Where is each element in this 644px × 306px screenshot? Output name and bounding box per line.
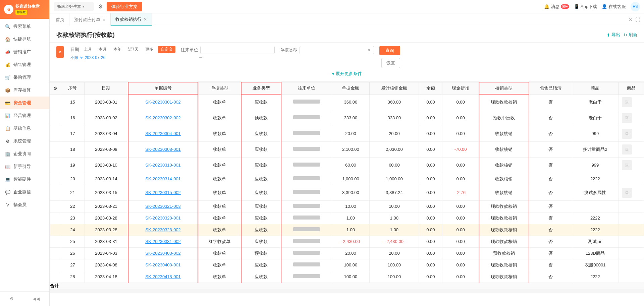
settings-bottom-icon[interactable]: ⚙ — [8, 294, 16, 303]
td-balance: 0.00 — [419, 94, 442, 110]
td-doc-no[interactable]: SK-20230301-002 — [128, 94, 198, 110]
sidebar-item-guide[interactable]: 📖 新手引导 — [0, 160, 49, 173]
sidebar-item-system[interactable]: ⚙ 系统管理 — [0, 135, 49, 147]
query-button[interactable]: 查询 — [379, 46, 400, 55]
user-avatar[interactable]: Rit — [631, 2, 640, 11]
app-download-item[interactable]: 📱 App下载 — [574, 4, 597, 10]
operations-icon: 📊 — [5, 113, 11, 119]
td-no: 16 — [61, 110, 85, 126]
tab-receipt-verify[interactable]: 收款核销执行 ✕ — [111, 13, 152, 26]
online-service-item[interactable]: 👤 在线客服 — [602, 4, 626, 10]
maximize-window-icon[interactable]: ⛶ — [635, 17, 640, 22]
custom-date-btn[interactable]: 自定义 — [158, 46, 175, 53]
td-doc-no[interactable]: SK-20230314-001 — [128, 173, 198, 185]
td-goods: 999 — [572, 126, 619, 141]
td-date: 2023-04-18 — [84, 271, 128, 283]
td-include-settled: 否 — [529, 110, 572, 126]
7days-btn[interactable]: 近7天 — [126, 46, 141, 53]
td-include-settled: 否 — [529, 126, 572, 141]
td-goods-img: 🖼 — [619, 126, 644, 141]
td-accumulated: 3,387.24 — [370, 185, 419, 200]
table-container[interactable]: ⚙ 序号 日期 单据编号 单据类型 业务类型 往来单位 单据金额 累计核销金额 … — [50, 82, 644, 306]
tab-close-receipt[interactable]: ✕ — [144, 17, 147, 22]
tab-prepay[interactable]: 预付款应付单 ✕ — [69, 13, 111, 26]
td-balance: 0.00 — [419, 200, 442, 212]
sidebar-item-operations[interactable]: 📊 经营管理 — [0, 109, 49, 122]
td-gear — [50, 185, 61, 200]
notification-item[interactable]: 🔔 消息 99+ — [544, 4, 569, 10]
filter-settings-button[interactable]: 设置 — [381, 58, 400, 68]
td-verify-type: 现款收款核销 — [479, 259, 529, 271]
doc-type-select[interactable]: ▾ — [300, 46, 374, 54]
td-doc-no[interactable]: SK-20230321-003 — [128, 200, 198, 212]
this-month-btn[interactable]: 本月 — [97, 46, 109, 53]
date-range-display: 不限 至 2023-07-26 — [70, 55, 175, 61]
sales-icon: 💰 — [5, 62, 11, 68]
table-row: 17 2023-03-04 SK-20230304-001 收款单 应收款 20… — [50, 126, 644, 141]
sidebar-item-inventory[interactable]: 📦 库存核算 — [0, 84, 49, 97]
td-doc-type: 收款单 — [198, 157, 241, 173]
partner-label: 往来单位 — [181, 47, 198, 53]
td-doc-no[interactable]: SK-20230331-002 — [128, 236, 198, 247]
td-partner — [281, 259, 332, 271]
td-doc-no[interactable]: SK-20230403-002 — [128, 247, 198, 259]
td-amount: 3,390.00 — [332, 185, 370, 200]
td-doc-no[interactable]: SK-20230310-001 — [128, 157, 198, 173]
tab-home[interactable]: 首页 — [51, 13, 69, 26]
sidebar-item-enterprise[interactable]: 🏢 企业协同 — [0, 147, 49, 160]
solution-button[interactable]: 体验行业方案 — [107, 2, 142, 11]
sidebar-item-hardware[interactable]: 💻 智能硬件 — [0, 173, 49, 186]
td-gear — [50, 212, 61, 224]
filter-toggle-btn[interactable]: » — [56, 46, 64, 58]
gear-icon[interactable]: ⚙ — [98, 3, 103, 10]
td-cash-discount: 0.00 — [442, 212, 479, 224]
partner-input[interactable] — [200, 46, 275, 54]
td-partner — [281, 126, 332, 141]
td-goods-img — [619, 173, 644, 185]
td-doc-no[interactable]: SK-20230418-001 — [128, 271, 198, 283]
sidebar-item-wechat[interactable]: 💬 企业微信 — [0, 186, 49, 198]
td-accumulated: 360.00 — [370, 94, 419, 110]
goods-thumbnail: 🖼 — [622, 160, 632, 170]
td-biz-type: 应收款 — [241, 141, 281, 157]
sidebar-item-basic[interactable]: 📋 基础信息 — [0, 122, 49, 135]
td-verify-type: 收款核销 — [479, 126, 529, 141]
td-date: 2023-03-10 — [84, 157, 128, 173]
sidebar-item-marketing[interactable]: 📣 营销推广 — [0, 46, 49, 58]
th-accumulated: 累计核销金额 — [370, 82, 419, 94]
td-accumulated: 1,000.00 — [370, 173, 419, 185]
td-doc-no[interactable]: SK-20230328-001 — [128, 212, 198, 224]
close-window-icon[interactable]: ✕ — [629, 17, 633, 22]
td-doc-no[interactable]: SK-20230304-001 — [128, 126, 198, 141]
expand-button[interactable]: ▾ 展开更多条件 — [56, 71, 637, 77]
td-doc-no[interactable]: SK-20230308-001 — [128, 141, 198, 157]
sidebar-item-purchase[interactable]: 🛒 采购管理 — [0, 71, 49, 84]
this-year-btn[interactable]: 本年 — [111, 46, 123, 53]
table-row: 21 2023-03-15 SK-20230315-002 收款单 应收款 3,… — [50, 185, 644, 200]
td-doc-no[interactable]: SK-20230408-001 — [128, 259, 198, 271]
sidebar-item-sales[interactable]: 💰 销售管理 — [0, 58, 49, 71]
export-button[interactable]: ⬆ 导出 — [606, 32, 620, 38]
app-selector[interactable]: 畅康道好生意 ▾ — [54, 2, 94, 11]
sidebar-item-quick-nav[interactable]: 🏠 快捷导航 — [0, 33, 49, 46]
sidebar: 6 畅康道好生意 标推版 🔍 搜索菜单 🏠 快捷导航 📣 营销推广 💰 销售管理… — [0, 0, 50, 306]
collapse-icon[interactable]: ◀◀ — [31, 294, 42, 303]
refresh-button[interactable]: ↻ 刷新 — [624, 32, 637, 38]
tab-close-prepay[interactable]: ✕ — [102, 17, 106, 22]
td-doc-no[interactable]: SK-20230302-002 — [128, 110, 198, 126]
td-include-settled: 否 — [529, 141, 572, 157]
td-doc-no[interactable]: SK-20230328-002 — [128, 224, 198, 236]
sidebar-item-member[interactable]: V 畅会员 — [0, 198, 49, 211]
td-goods: 2222 — [572, 173, 619, 185]
prev-month-btn[interactable]: 上月 — [82, 46, 94, 53]
td-balance: 0.00 — [419, 224, 442, 236]
td-doc-no[interactable]: SK-20230315-002 — [128, 185, 198, 200]
td-no: 17 — [61, 126, 85, 141]
more-date-btn[interactable]: 更多 — [143, 46, 155, 53]
th-gear[interactable]: ⚙ — [50, 82, 61, 94]
sidebar-item-finance[interactable]: 💳 资金管理 — [0, 97, 49, 109]
td-goods-img: 🖼 — [619, 185, 644, 200]
sidebar-item-search[interactable]: 🔍 搜索菜单 — [0, 20, 49, 33]
td-partner — [281, 94, 332, 110]
table-body: 15 2023-03-01 SK-20230301-002 收款单 应收款 36… — [50, 94, 644, 283]
